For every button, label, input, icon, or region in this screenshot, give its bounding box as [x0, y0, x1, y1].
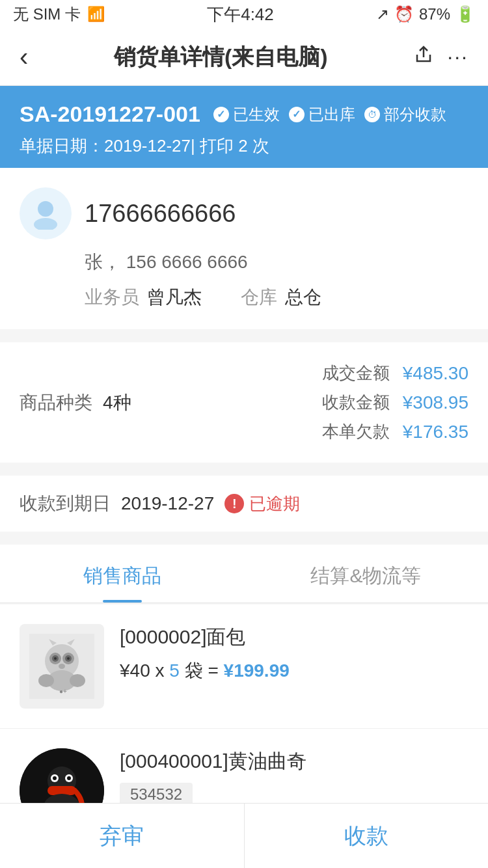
- wifi-icon: 📶: [87, 6, 105, 23]
- product-info-1: [0000002]面包 ¥40 x 5 袋 = ¥199.99: [120, 624, 468, 683]
- stats-section: 商品种类 4种 成交金额 ¥485.30 收款金额 ¥308.95 本单欠款 ¥…: [0, 342, 488, 463]
- customer-sub: 张， 156 6666 6666: [20, 250, 468, 275]
- tabs-section: 销售商品 结算&物流等: [0, 545, 488, 603]
- status-left: 无 SIM 卡 📶: [13, 4, 105, 25]
- svg-point-9: [67, 657, 70, 660]
- nav-title: 销货单详情(来自电脑): [114, 42, 328, 72]
- meta-warehouse: 仓库 总仓: [241, 285, 321, 310]
- nav-bar: ‹ 销货单详情(来自电脑) ···: [0, 29, 488, 86]
- banner-tags: ✓ 已生效 ✓ 已出库 ⏱ 部分收款: [213, 104, 446, 125]
- carrier-text: 无 SIM 卡: [13, 4, 81, 25]
- tab-sales-products[interactable]: 销售商品: [0, 545, 244, 603]
- overdue-icon: !: [224, 494, 244, 513]
- product-item-1: ●+ [0000002]面包 ¥40 x 5 袋 = ¥199.99: [0, 604, 488, 729]
- svg-point-15: [70, 674, 85, 687]
- svg-point-25: [67, 776, 71, 780]
- back-button[interactable]: ‹: [20, 42, 28, 72]
- overdue-badge: ! 已逾期: [224, 493, 300, 515]
- status-bar: 无 SIM 卡 📶 下午4:42 ↗ ⏰ 87% 🔋: [0, 0, 488, 29]
- meta-sales: 业务员 曾凡杰: [85, 285, 202, 310]
- product-image-1: ●+: [20, 624, 104, 709]
- svg-point-24: [53, 776, 57, 780]
- clock-icon: ⏱: [364, 107, 380, 122]
- svg-point-10: [59, 664, 65, 669]
- tag-effective: ✓ 已生效: [213, 104, 280, 125]
- tag-partial-receipt: ⏱ 部分收款: [364, 104, 446, 125]
- header-banner: SA-20191227-001 ✓ 已生效 ✓ 已出库 ⏱ 部分收款: [0, 86, 488, 168]
- banner-date: 单据日期：2019-12-27| 打印 2 次: [20, 135, 468, 157]
- battery-text: 87%: [419, 5, 450, 23]
- battery-icon: 🔋: [455, 5, 475, 23]
- tabs-header: 销售商品 结算&物流等: [0, 545, 488, 603]
- stats-right: 成交金额 ¥485.30 收款金额 ¥308.95 本单欠款 ¥176.35: [299, 362, 468, 443]
- bottom-bar: 弃审 收款: [0, 803, 488, 868]
- check-icon-2: ✓: [289, 107, 305, 122]
- order-id: SA-20191227-001: [20, 102, 200, 127]
- customer-phone: 17666666666: [85, 200, 236, 228]
- more-icon[interactable]: ···: [447, 45, 468, 69]
- customer-top: 17666666666: [20, 187, 468, 239]
- svg-point-0: [38, 201, 53, 217]
- product-name-2: [000400001]黄油曲奇: [120, 748, 468, 775]
- customer-avatar: [20, 187, 72, 239]
- tag-shipped: ✓ 已出库: [289, 104, 355, 125]
- location-icon: ↗: [376, 5, 389, 23]
- svg-text:●+: ●+: [59, 688, 67, 695]
- svg-point-1: [34, 218, 57, 230]
- receipt-button[interactable]: 收款: [245, 804, 489, 868]
- product-total-1: ¥199.99: [224, 660, 290, 681]
- alarm-icon: ⏰: [394, 5, 414, 23]
- banner-top: SA-20191227-001 ✓ 已生效 ✓ 已出库 ⏱ 部分收款: [20, 102, 468, 127]
- stats-left: 商品种类 4种: [20, 362, 131, 443]
- customer-meta: 业务员 曾凡杰 仓库 总仓: [20, 285, 468, 310]
- due-section: 收款到期日 2019-12-27 ! 已逾期: [0, 476, 488, 532]
- share-icon[interactable]: [413, 44, 434, 70]
- check-icon-1: ✓: [213, 107, 229, 122]
- status-time: 下午4:42: [207, 3, 274, 26]
- nav-icons: ···: [413, 44, 468, 70]
- customer-section: 17666666666 张， 156 6666 6666 业务员 曾凡杰 仓库 …: [0, 168, 488, 329]
- stat-receipt-amount: 收款金额 ¥308.95: [299, 391, 468, 414]
- tab-settlement[interactable]: 结算&物流等: [244, 545, 488, 603]
- product-price-1: ¥40 x 5 袋 = ¥199.99: [120, 658, 468, 683]
- svg-rect-20: [47, 786, 76, 795]
- status-right: ↗ ⏰ 87% 🔋: [376, 5, 475, 23]
- stat-deal-amount: 成交金额 ¥485.30: [299, 362, 468, 385]
- abandon-review-button[interactable]: 弃审: [0, 804, 245, 868]
- svg-point-8: [54, 657, 57, 660]
- product-name-1: [0000002]面包: [120, 624, 468, 651]
- product-qty-1: 5: [169, 660, 180, 681]
- svg-point-14: [38, 674, 54, 687]
- stat-debt-amount: 本单欠款 ¥176.35: [299, 420, 468, 443]
